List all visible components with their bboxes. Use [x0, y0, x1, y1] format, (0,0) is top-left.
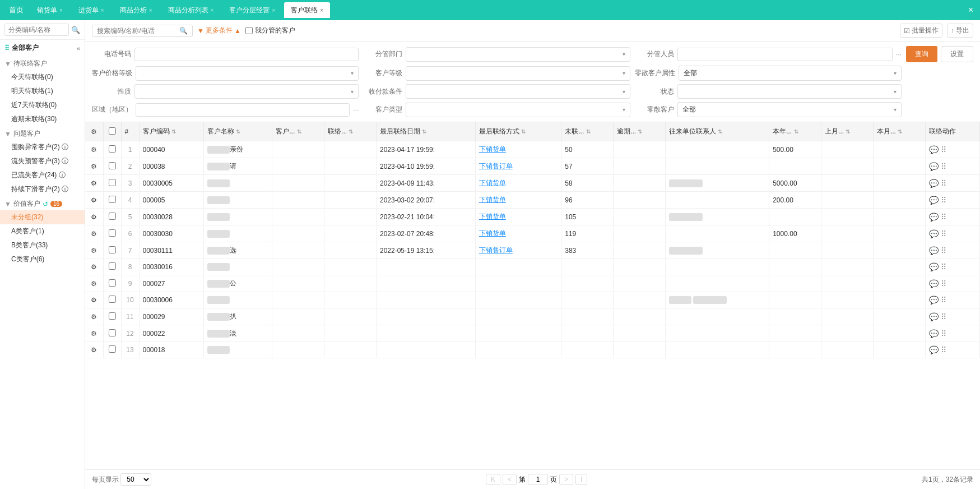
row-checkbox[interactable] [109, 145, 116, 153]
td-checkbox[interactable] [103, 292, 121, 308]
main-search-icon[interactable]: 🔍 [179, 27, 188, 35]
grade-select[interactable]: ▾ [406, 66, 630, 81]
payment-select[interactable]: ▾ [406, 84, 630, 99]
more-icon[interactable]: ⠿ [941, 179, 946, 188]
retail-select[interactable]: 全部 ▾ [677, 102, 902, 117]
price-grade-select[interactable]: ▾ [136, 66, 359, 81]
nav-tab-customer-tier[interactable]: 客户分层经营 × [222, 2, 282, 18]
nav-tab-purchase[interactable]: 进货单 × [72, 2, 111, 18]
td-checkbox[interactable] [103, 158, 121, 175]
contact-method-link[interactable]: 下销货单 [479, 196, 506, 204]
close-purchase-tab[interactable]: × [101, 7, 104, 13]
message-icon[interactable]: 💬 [929, 229, 939, 238]
nature-select[interactable]: ▾ [134, 84, 359, 99]
th-this-year[interactable]: 本年... ⇅ [769, 122, 821, 141]
contact-method-link[interactable]: 下销货单 [479, 213, 506, 220]
main-search-input[interactable] [97, 27, 177, 35]
batch-ops-btn[interactable]: ☑ 批量操作 [900, 24, 942, 38]
message-icon[interactable]: 💬 [929, 162, 939, 171]
message-icon[interactable]: 💬 [929, 345, 939, 354]
sidebar-item-declining[interactable]: 持续下滑客户(2) ⓘ [0, 182, 85, 196]
td-checkbox[interactable] [103, 242, 121, 259]
last-page-btn[interactable]: I [575, 474, 587, 485]
more-icon[interactable]: ⠿ [941, 345, 946, 354]
region-dots[interactable]: ··· [353, 106, 359, 114]
th-not-contacted[interactable]: 未联... ⇅ [561, 122, 614, 141]
value-customers-group[interactable]: ▼ 价值客户 ↺ 16 [0, 196, 85, 210]
td-checkbox[interactable] [103, 175, 121, 192]
td-checkbox[interactable] [103, 325, 121, 342]
row-checkbox[interactable] [109, 329, 116, 336]
td-settings[interactable]: ⚙ [85, 158, 103, 175]
customer-type-select[interactable]: ▾ [406, 103, 630, 117]
page-input[interactable] [528, 474, 548, 485]
row-checkbox[interactable] [109, 162, 116, 169]
close-customer-contact-tab[interactable]: × [320, 7, 323, 13]
th-last-contact-date[interactable]: 最后联络日期 ⇅ [376, 122, 475, 141]
td-settings[interactable]: ⚙ [85, 141, 103, 158]
th-type[interactable]: 客户... ⇅ [272, 122, 324, 141]
sidebar-search-icon[interactable]: 🔍 [71, 26, 80, 34]
row-checkbox[interactable] [109, 279, 116, 287]
more-icon[interactable]: ⠿ [941, 145, 946, 154]
sidebar-item-classA[interactable]: A类客户(1) [0, 224, 85, 238]
message-icon[interactable]: 💬 [929, 145, 939, 154]
td-checkbox[interactable] [103, 141, 121, 158]
export-btn[interactable]: ↑ 导出 [947, 24, 973, 38]
th-last-contact-method[interactable]: 最后联络方式 ⇅ [475, 122, 561, 141]
nav-tab-analysis-list[interactable]: 商品分析列表 × [161, 2, 221, 18]
close-analysis-list-tab[interactable]: × [211, 7, 214, 13]
retail-attr-select[interactable]: 全部 ▾ [679, 66, 902, 81]
more-icon[interactable]: ⠿ [941, 296, 946, 305]
region-input[interactable] [136, 103, 350, 117]
td-checkbox[interactable] [103, 308, 121, 325]
th-this-month[interactable]: 本月... ⇅ [873, 122, 925, 141]
row-checkbox[interactable] [109, 312, 116, 320]
td-checkbox[interactable] [103, 192, 121, 209]
td-settings[interactable]: ⚙ [85, 342, 103, 358]
th-name[interactable]: 客户名称 ⇅ [203, 122, 272, 141]
pending-contact-group[interactable]: ▼ 待联络客户 [0, 56, 85, 70]
nav-close-button[interactable]: × [966, 5, 976, 15]
row-checkbox[interactable] [109, 246, 116, 253]
row-checkbox[interactable] [109, 179, 116, 186]
nav-tab-analysis[interactable]: 商品分析 × [113, 2, 159, 18]
close-sales-tab[interactable]: × [59, 7, 63, 13]
th-overdue[interactable]: 逾期... ⇅ [614, 122, 666, 141]
status-select[interactable]: ▾ [677, 84, 902, 99]
my-customers-check[interactable] [245, 27, 253, 34]
sidebar-item-overdue[interactable]: 逾期未联络(30) [0, 112, 85, 126]
more-icon[interactable]: ⠿ [941, 246, 946, 255]
message-icon[interactable]: 💬 [929, 312, 939, 321]
td-settings[interactable]: ⚙ [85, 225, 103, 242]
th-last-month[interactable]: 上月... ⇅ [821, 122, 874, 141]
close-analysis-tab[interactable]: × [149, 7, 152, 13]
message-icon[interactable]: 💬 [929, 262, 939, 271]
row-checkbox[interactable] [109, 296, 116, 303]
nav-tab-customer-contact[interactable]: 客户联络 × [284, 2, 330, 18]
collapse-icon[interactable]: « [77, 45, 80, 52]
td-checkbox[interactable] [103, 225, 121, 242]
td-checkbox[interactable] [103, 342, 121, 358]
sidebar-item-tomorrow[interactable]: 明天待联络(1) [0, 84, 85, 98]
td-settings[interactable]: ⚙ [85, 308, 103, 325]
message-icon[interactable]: 💬 [929, 296, 939, 305]
message-icon[interactable]: 💬 [929, 179, 939, 188]
td-settings[interactable]: ⚙ [85, 275, 103, 292]
sidebar-item-week[interactable]: 近7天待联络(0) [0, 98, 85, 112]
close-customer-tier-tab[interactable]: × [272, 7, 275, 13]
contact-method-link[interactable]: 下销货单 [479, 145, 506, 153]
row-checkbox[interactable] [109, 262, 116, 270]
th-contact[interactable]: 联络... ⇅ [324, 122, 377, 141]
more-filters-btn[interactable]: ▼ 更多条件 ▲ [197, 26, 241, 35]
contact-method-link[interactable]: 下销售订单 [479, 162, 513, 170]
message-icon[interactable]: 💬 [929, 279, 939, 288]
sidebar-item-classB[interactable]: B类客户(33) [0, 238, 85, 252]
td-settings[interactable]: ⚙ [85, 292, 103, 308]
contact-method-link[interactable]: 下销货单 [479, 179, 506, 187]
manager-dots[interactable]: ··· [896, 50, 902, 58]
more-icon[interactable]: ⠿ [941, 162, 946, 171]
manager-input[interactable] [677, 48, 893, 61]
refresh-icon[interactable]: ↺ [43, 200, 48, 208]
td-checkbox[interactable] [103, 259, 121, 275]
